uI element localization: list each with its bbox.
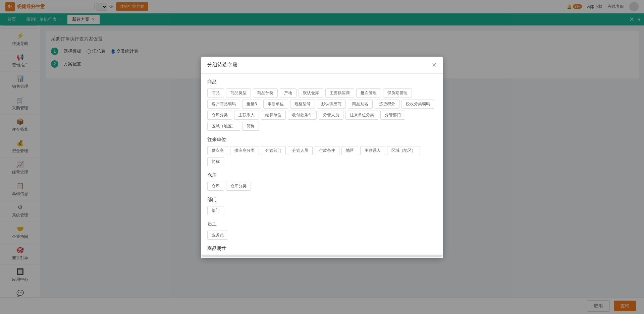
- section-product-attr: 商品属性 属性 颜色 多规格 尺码 鞋码 1: [207, 246, 437, 254]
- section-counterpart-tags: 供应商 供应商分类 分管部门 分管人员 付款条件 地区 主联系人 区域（地区） …: [207, 146, 437, 166]
- tag-warehouse[interactable]: 仓库: [207, 182, 224, 191]
- section-employee-tags: 业务员: [207, 231, 437, 240]
- section-warehouse-tags: 仓库 仓库分类: [207, 182, 437, 191]
- section-warehouse: 仓库 仓库 仓库分类: [207, 172, 437, 191]
- tag-cp-dept[interactable]: 分管部门: [261, 146, 286, 155]
- modal-overlay: 分组待选字段 ✕ 商品 商品 商品类型 商品分类 产地 默认仓库 主要供应商 批…: [0, 0, 644, 314]
- tag-shelf-life[interactable]: 保质期管理: [383, 88, 412, 98]
- tag-customer-code[interactable]: 客户商品编码: [207, 100, 240, 109]
- section-product: 商品 商品 商品类型 商品分类 产地 默认仓库 主要供应商 批次管理 保质期管理…: [207, 79, 437, 131]
- section-counterpart-title: 往来单位: [207, 137, 437, 143]
- tag-region[interactable]: 区域（地区）: [207, 122, 240, 131]
- tag-default-warehouse[interactable]: 默认仓库: [299, 88, 323, 98]
- modal-close-button[interactable]: ✕: [432, 61, 437, 69]
- tag-manage-dept[interactable]: 分管部门: [380, 111, 405, 120]
- modal-body[interactable]: 商品 商品 商品类型 商品分类 产地 默认仓库 主要供应商 批次管理 保质期管理…: [201, 74, 443, 254]
- tag-batch-manage[interactable]: 批次管理: [356, 88, 381, 98]
- section-warehouse-title: 仓库: [207, 172, 437, 178]
- section-counterpart: 往来单位 供应商 供应商分类 分管部门 分管人员 付款条件 地区 主联系人 区域…: [207, 137, 437, 166]
- tag-main-contact[interactable]: 主联系人: [234, 111, 259, 120]
- tag-warehouse-cat[interactable]: 仓库分类: [226, 182, 251, 191]
- section-product-title: 商品: [207, 79, 437, 85]
- tag-weight3[interactable]: 重量3: [242, 100, 261, 109]
- modal-title: 分组待选字段: [207, 62, 237, 68]
- tag-supplier-category[interactable]: 供应商分类: [230, 146, 259, 155]
- tag-cp-manager[interactable]: 分管人员: [288, 146, 313, 155]
- tag-counterpart-category[interactable]: 往来单位分类: [345, 111, 378, 120]
- tag-supplier[interactable]: 供应商: [207, 146, 228, 155]
- section-department-tags: 部门: [207, 206, 437, 215]
- tag-payment-terms[interactable]: 收付款条件: [288, 111, 317, 120]
- section-product-attr-title: 商品属性: [207, 246, 437, 252]
- section-employee-title: 员工: [207, 221, 437, 227]
- modal-header: 分组待选字段 ✕: [201, 57, 443, 74]
- tag-settle-unit[interactable]: 结算单位: [261, 111, 286, 120]
- tag-product-category[interactable]: 商品分类: [253, 88, 278, 98]
- tag-tax-code[interactable]: 税收分类编码: [401, 100, 434, 109]
- tag-pick-points[interactable]: 拣货积分: [375, 100, 399, 109]
- tag-sales-rep[interactable]: 业务员: [207, 231, 228, 240]
- tag-warehouse-category[interactable]: 仓库分类: [207, 111, 232, 120]
- tag-manager[interactable]: 分管人员: [319, 111, 343, 120]
- section-employee: 员工 业务员: [207, 221, 437, 240]
- tag-main-supplier[interactable]: 主要供应商: [325, 88, 354, 98]
- tag-product[interactable]: 商品: [207, 88, 224, 98]
- tag-department[interactable]: 部门: [207, 206, 224, 215]
- tag-cp-area[interactable]: 区域（地区）: [387, 146, 420, 155]
- section-department: 部门 部门: [207, 197, 437, 215]
- tag-product-alias[interactable]: 商品别名: [348, 100, 373, 109]
- tag-origin[interactable]: 产地: [280, 88, 297, 98]
- tag-abbr[interactable]: 简称: [242, 122, 259, 131]
- tag-cp-contact[interactable]: 主联系人: [360, 146, 385, 155]
- modal-horizontal-scrollbar[interactable]: [201, 254, 443, 258]
- tag-cp-region[interactable]: 地区: [341, 146, 358, 155]
- tag-product-type[interactable]: 商品类型: [226, 88, 251, 98]
- tag-spec-model[interactable]: 规格型号: [290, 100, 315, 109]
- section-department-title: 部门: [207, 197, 437, 203]
- tag-retail-unit[interactable]: 零售单位: [263, 100, 288, 109]
- tag-cp-payment[interactable]: 付款条件: [315, 146, 339, 155]
- tag-cp-abbr[interactable]: 简称: [207, 157, 224, 166]
- tag-default-supplier[interactable]: 默认供应商: [317, 100, 346, 109]
- field-select-modal: 分组待选字段 ✕ 商品 商品 商品类型 商品分类 产地 默认仓库 主要供应商 批…: [201, 57, 443, 258]
- section-product-tags: 商品 商品类型 商品分类 产地 默认仓库 主要供应商 批次管理 保质期管理 客户…: [207, 88, 437, 131]
